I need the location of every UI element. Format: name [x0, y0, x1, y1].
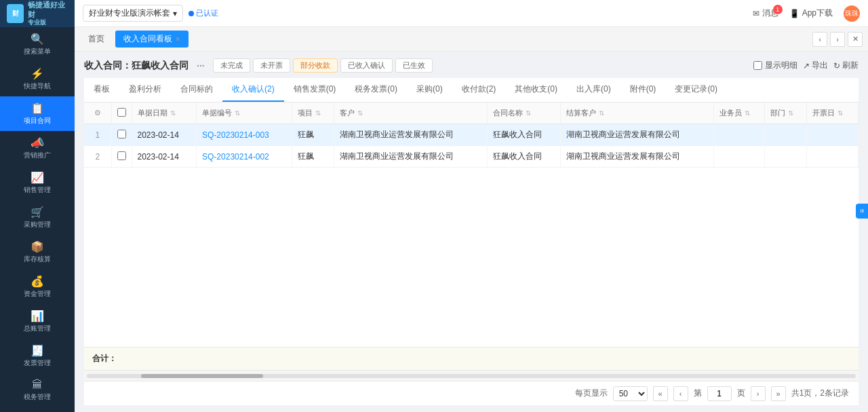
- sidebar-item-quick[interactable]: ⚡快捷导航: [0, 62, 75, 96]
- app-name: 畅捷通好业财: [28, 1, 68, 18]
- tab-next-btn[interactable]: ›: [830, 32, 845, 47]
- nav-label-finance: 资金管理: [24, 289, 51, 299]
- sub-tab-附件0[interactable]: 附件(0): [620, 78, 666, 102]
- row-check[interactable]: [111, 146, 132, 168]
- next-page-btn[interactable]: ›: [751, 386, 766, 401]
- sidebar-item-accounting[interactable]: 📊总账管理: [0, 304, 75, 339]
- sidebar-item-project[interactable]: 📋项目合同: [0, 96, 75, 131]
- last-page-btn[interactable]: »: [771, 386, 786, 401]
- sub-tab-出入库0[interactable]: 出入库(0): [567, 78, 620, 102]
- sub-tab-销售发票0[interactable]: 销售发票(0): [284, 78, 346, 102]
- sub-tab-其他收支0[interactable]: 其他收支(0): [505, 78, 567, 102]
- first-page-btn[interactable]: «: [653, 386, 668, 401]
- nav-icon-purchase: 🛒: [31, 206, 44, 219]
- sub-tab-合同标的[interactable]: 合同标的: [171, 78, 222, 102]
- status-btn-no_invoice[interactable]: 未开票: [253, 58, 290, 73]
- right-fixed-panel[interactable]: ≡: [856, 204, 868, 219]
- sidebar-item-marketing[interactable]: 📣营销推广: [0, 131, 75, 166]
- nav-icon-sales: 📈: [31, 171, 44, 184]
- export-icon: ↗: [803, 61, 810, 71]
- sub-tab-收入确认2[interactable]: 收入确认(2): [222, 78, 284, 102]
- export-label: 导出: [812, 60, 828, 71]
- more-btn[interactable]: ···: [197, 60, 205, 71]
- topbar: 好业财专业版演示帐套 ▾ 已认证 ✉ 1 消息 📱 App下载 珠珠: [75, 0, 868, 27]
- sort-settle-icon[interactable]: ⇅: [599, 109, 604, 117]
- scroll-thumb[interactable]: [141, 374, 263, 378]
- row-date: 2023-02-14: [132, 146, 197, 168]
- tab-close-icon[interactable]: ✕: [175, 35, 180, 43]
- refresh-btn[interactable]: ↻ 刷新: [833, 60, 859, 71]
- nav-label-project: 项目合同: [24, 116, 51, 126]
- export-btn[interactable]: ↗ 导出: [803, 60, 828, 71]
- sort-customer-icon[interactable]: ⇅: [357, 109, 363, 117]
- nav-label-marketing: 营销推广: [24, 151, 51, 160]
- col-check: [111, 102, 132, 124]
- sidebar: 财 畅捷通好业财 专业版 🔍搜索菜单⚡快捷导航📋项目合同📣营销推广📈销售管理🛒采…: [0, 0, 75, 412]
- detail-checkbox[interactable]: [753, 61, 762, 70]
- user-avatar[interactable]: 珠珠: [844, 5, 860, 22]
- sub-tab-盈利分析[interactable]: 盈利分析: [119, 78, 171, 102]
- sort-number-icon[interactable]: ⇅: [235, 109, 240, 117]
- total-label: 合计：: [92, 353, 117, 364]
- table-wrapper[interactable]: ⚙ 单据日期⇅ 单据编号⇅ 项: [84, 102, 859, 347]
- sidebar-item-inventory[interactable]: 📦库存核算: [0, 235, 75, 269]
- page-input[interactable]: [707, 386, 732, 401]
- table-row[interactable]: 1 2023-02-14 SQ-20230214-003 狂飙 湖南卫视商业运营…: [84, 124, 859, 146]
- page-size-label: 每页显示: [575, 388, 608, 399]
- verified-text: 已认证: [196, 8, 218, 18]
- tab-close-all-btn[interactable]: ✕: [848, 32, 863, 47]
- select-all-checkbox[interactable]: [117, 108, 126, 117]
- sub-tab-看板[interactable]: 看板: [84, 78, 119, 102]
- sidebar-item-fixed[interactable]: 🏢固定资产: [0, 407, 75, 412]
- sort-project-icon[interactable]: ⇅: [315, 109, 321, 117]
- row-checkbox[interactable]: [117, 151, 126, 160]
- row-invoice-date: [807, 146, 859, 168]
- nav-icon-search: 🔍: [31, 33, 44, 45]
- page-size-select[interactable]: 50 100 200: [613, 386, 648, 401]
- tab-home[interactable]: 首页: [80, 31, 113, 48]
- tabbar: 首页 收入合同看板 ✕ ‹ › ✕: [75, 27, 868, 52]
- table-row[interactable]: 2 2023-02-14 SQ-20230214-002 狂飙 湖南卫视商业运营…: [84, 146, 859, 168]
- company-selector[interactable]: 好业财专业版演示帐套 ▾: [83, 5, 183, 22]
- status-btn-partial[interactable]: 部分收款: [293, 58, 338, 73]
- sort-dept-icon[interactable]: ⇅: [788, 109, 793, 117]
- sidebar-item-finance[interactable]: 💰资金管理: [0, 269, 75, 304]
- sidebar-item-purchase[interactable]: 🛒采购管理: [0, 200, 75, 235]
- row-project: 狂飙: [292, 124, 334, 146]
- sort-contract-icon[interactable]: ⇅: [526, 109, 531, 117]
- status-btn-incomplete[interactable]: 未完成: [213, 58, 250, 73]
- sidebar-item-tax[interactable]: 🏛税务管理: [0, 373, 75, 407]
- show-detail-toggle[interactable]: 显示明细: [753, 60, 797, 71]
- sidebar-item-sales[interactable]: 📈销售管理: [0, 166, 75, 200]
- sort-invoice-icon[interactable]: ⇅: [837, 109, 843, 117]
- row-invoice-date: [807, 124, 859, 146]
- app-download-btn[interactable]: 📱 App下载: [789, 7, 833, 19]
- row-number-link[interactable]: SQ-20230214-002: [202, 152, 269, 162]
- message-btn[interactable]: ✉ 1 消息: [753, 7, 778, 19]
- nav-label-invoice: 发票管理: [24, 358, 51, 368]
- status-btn-confirmed[interactable]: 已收入确认: [340, 58, 393, 73]
- status-btn-active[interactable]: 已生效: [395, 58, 433, 73]
- sub-tab-税务发票0[interactable]: 税务发票(0): [345, 78, 407, 102]
- sidebar-item-search[interactable]: 🔍搜索菜单: [0, 27, 75, 62]
- tab-contract-board[interactable]: 收入合同看板 ✕: [115, 31, 189, 48]
- prev-page-btn[interactable]: ‹: [673, 386, 688, 401]
- table-body: 1 2023-02-14 SQ-20230214-003 狂飙 湖南卫视商业运营…: [84, 124, 859, 168]
- sort-salesperson-icon[interactable]: ⇅: [745, 109, 750, 117]
- app-download-label: App下载: [802, 7, 833, 19]
- row-check[interactable]: [111, 124, 132, 146]
- scroll-area[interactable]: [84, 370, 859, 381]
- row-number-link[interactable]: SQ-20230214-003: [202, 130, 269, 140]
- row-seq: 1: [84, 124, 111, 146]
- sub-tab-采购0[interactable]: 采购(0): [407, 78, 452, 102]
- sidebar-item-invoice[interactable]: 🧾发票管理: [0, 339, 75, 373]
- sub-tab-收付款2[interactable]: 收付款(2): [452, 78, 506, 102]
- sort-date-icon[interactable]: ⇅: [170, 109, 176, 117]
- nav-label-search: 搜索菜单: [24, 47, 51, 56]
- row-checkbox[interactable]: [117, 130, 126, 138]
- gear-icon[interactable]: ⚙: [94, 109, 101, 117]
- col-project: 项目⇅: [292, 102, 334, 124]
- tab-prev-btn[interactable]: ‹: [812, 32, 827, 47]
- row-date: 2023-02-14: [132, 124, 197, 146]
- sub-tab-变更记录0[interactable]: 变更记录(0): [665, 78, 727, 102]
